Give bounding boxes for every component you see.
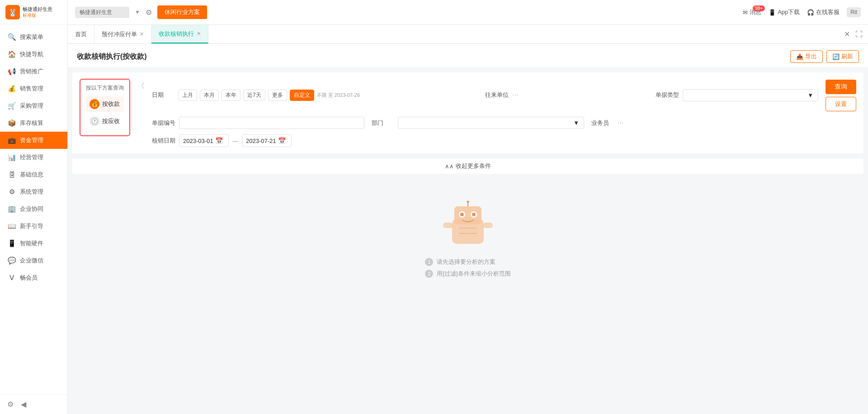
tab-home[interactable]: 首页 <box>68 25 94 43</box>
sidebar-item-search[interactable]: 🔍搜索菜单 <box>0 29 67 46</box>
logo-text: 畅捷通好生意 标准版 <box>23 6 52 19</box>
calendar-start-icon[interactable]: 📅 <box>215 137 223 144</box>
date-no-limit-text: 不限 至 2023-07-26 <box>317 92 360 99</box>
svg-point-4 <box>460 213 464 216</box>
filter-collapse-button[interactable]: 《 <box>136 80 146 93</box>
collapse-label: 收起更多条件 <box>456 162 491 170</box>
sidebar-item-sales[interactable]: 💰销售管理 <box>0 80 67 97</box>
dept-select[interactable]: ▼ <box>398 117 584 129</box>
settings-icon[interactable]: ⚙ <box>7 400 14 409</box>
chevron-down-icon[interactable]: ▼ <box>135 9 140 15</box>
setting-button[interactable]: 设置 <box>826 97 856 111</box>
svg-point-9 <box>467 201 469 203</box>
collapse-sidebar-icon[interactable]: ◀ <box>21 400 26 409</box>
filter-receivable-label: 按应收 <box>102 117 120 125</box>
page-header: 收款核销执行(按收款) 📤 导出 🔄 刷新 <box>68 44 868 68</box>
docno-input[interactable] <box>179 117 364 129</box>
date-btn-this-year[interactable]: 本年 <box>222 90 241 101</box>
doctype-select[interactable]: ▼ <box>683 89 819 101</box>
inventory-icon: 📦 <box>7 119 16 127</box>
member-icon: Ⅴ <box>7 274 16 282</box>
date-btn-last-month[interactable]: 上月 <box>178 90 197 101</box>
message-badge: 99+ <box>753 5 765 11</box>
filter-section-title: 按以下方案查询 <box>86 84 124 92</box>
online-service-button[interactable]: 🎧 在线客服 <box>807 8 840 16</box>
sidebar-item-label-marketing: 营销推广 <box>20 67 43 76</box>
empty-robot-illustration <box>441 201 495 251</box>
tab-prepay-close-icon[interactable]: ✕ <box>140 31 144 37</box>
sidebar-item-marketing[interactable]: 📢营销推广 <box>0 63 67 80</box>
user-avatar[interactable]: Rit <box>847 7 861 17</box>
sidebar-item-operation[interactable]: 📊经营管理 <box>0 149 67 166</box>
sidebar-item-wechat[interactable]: 💬企业微信 <box>0 252 67 269</box>
sidebar-item-basic[interactable]: 🗄基础信息 <box>0 166 67 183</box>
sidebar-item-quick[interactable]: 🏠快捷导航 <box>0 46 67 63</box>
dept-label: 部门 <box>372 119 394 127</box>
app-download-button[interactable]: 📱 App下载 <box>769 8 800 16</box>
tab-collection-close-icon[interactable]: ✕ <box>197 31 201 37</box>
doctype-label: 单据类型 <box>656 91 679 99</box>
docno-label: 单据编号 <box>152 119 175 127</box>
svg-rect-6 <box>443 223 453 228</box>
collapse-more-button[interactable]: ∧∧ 收起更多条件 <box>72 158 863 174</box>
partner-select-dots[interactable]: ··· <box>512 91 518 99</box>
export-button[interactable]: 📤 导出 <box>790 50 823 63</box>
tab-collection-label: 收款核销执行 <box>159 30 194 38</box>
logo-name: 畅捷通好生意 <box>23 6 52 12</box>
empty-tips: 1 请先选择要分析的方案 2 用[过滤]条件来缩小分析范围 <box>425 258 510 278</box>
chevron-down-icon: ▼ <box>573 119 579 126</box>
sidebar-item-newbie[interactable]: 📖新手引导 <box>0 218 67 235</box>
newbie-icon: 📖 <box>7 222 16 230</box>
sidebar-item-member[interactable]: Ⅴ畅会员 <box>0 269 67 286</box>
filter-date-field: 日期 上月 本月 本年 近7天 更多 自定义 不限 至 2023-07-26 <box>152 90 478 101</box>
date-btn-7days[interactable]: 近7天 <box>243 90 265 101</box>
close-window-icon[interactable]: ✕ <box>842 28 852 40</box>
sales-icon: 💰 <box>7 85 16 93</box>
tab-collection[interactable]: 收款核销执行 ✕ <box>151 25 208 43</box>
solution-button[interactable]: 休闲行业方案 <box>157 5 207 19</box>
sidebar-item-system[interactable]: ⚙系统管理 <box>0 183 67 200</box>
sidebar-item-inventory[interactable]: 📦库存核算 <box>0 114 67 132</box>
salesman-select-dots[interactable]: ··· <box>618 119 623 127</box>
date-btn-more[interactable]: 更多 <box>268 90 287 101</box>
refresh-button[interactable]: 🔄 刷新 <box>826 50 859 63</box>
service-icon: 🎧 <box>807 9 814 16</box>
receipt-icon: 💰 <box>90 99 99 109</box>
maximize-window-icon[interactable]: ⛶ <box>854 29 864 40</box>
calendar-end-icon[interactable]: 📅 <box>278 137 286 144</box>
filter-docno-field: 单据编号 <box>152 117 364 129</box>
export-icon: 📤 <box>796 53 803 60</box>
message-button[interactable]: ✉ 消息 99+ <box>743 8 761 16</box>
hardware-icon: 📱 <box>7 239 16 247</box>
filter-option-receivable[interactable]: 🕐 按应收 <box>86 114 124 129</box>
verify-date-start-input[interactable]: 2023-03-01 📅 <box>179 134 229 147</box>
tip-num-2: 2 <box>425 270 433 278</box>
marketing-icon: 📢 <box>7 67 16 76</box>
query-button[interactable]: 查询 <box>826 80 856 94</box>
sidebar-item-label-member: 畅会员 <box>20 274 38 282</box>
filter-partner-field: 往来单位 ··· <box>485 91 648 99</box>
filter-option-receipt[interactable]: 💰 按收款 <box>86 96 124 112</box>
gear-icon[interactable]: ⚙ <box>146 8 152 17</box>
operation-icon: 📊 <box>7 153 16 162</box>
sidebar-item-label-sales: 销售管理 <box>20 85 43 93</box>
filter-row-3: 核销日期 2023-03-01 📅 — 2023-07-21 📅 <box>152 134 856 147</box>
tab-prepay[interactable]: 预付冲应付单 ✕ <box>94 25 151 43</box>
partner-label: 往来单位 <box>485 91 509 99</box>
verify-date-end-input[interactable]: 2023-07-21 📅 <box>242 134 292 147</box>
date-btn-this-month[interactable]: 本月 <box>200 90 219 101</box>
page-area: 收款核销执行(按收款) 📤 导出 🔄 刷新 按以下方案查询 💰 <box>68 44 868 414</box>
system-icon: ⚙ <box>7 188 16 196</box>
sidebar-item-label-hardware: 智能硬件 <box>20 239 43 247</box>
date-btn-custom[interactable]: 自定义 <box>290 90 314 101</box>
sidebar-item-purchase[interactable]: 🛒采购管理 <box>0 97 67 114</box>
sidebar-item-label-purchase: 采购管理 <box>20 102 43 110</box>
sidebar-item-label-system: 系统管理 <box>20 188 43 196</box>
verify-end-value: 2023-07-21 <box>246 138 276 144</box>
sidebar-item-hardware[interactable]: 📱智能硬件 <box>0 235 67 252</box>
sidebar-item-finance[interactable]: 💼资金管理 <box>0 132 67 149</box>
topbar-brand: 畅捷通好生意 <box>75 7 129 18</box>
tab-prepay-label: 预付冲应付单 <box>102 30 137 38</box>
sidebar-item-label-wechat: 企业微信 <box>20 257 43 265</box>
sidebar-item-enterprise[interactable]: 🏢企业协同 <box>0 200 67 218</box>
